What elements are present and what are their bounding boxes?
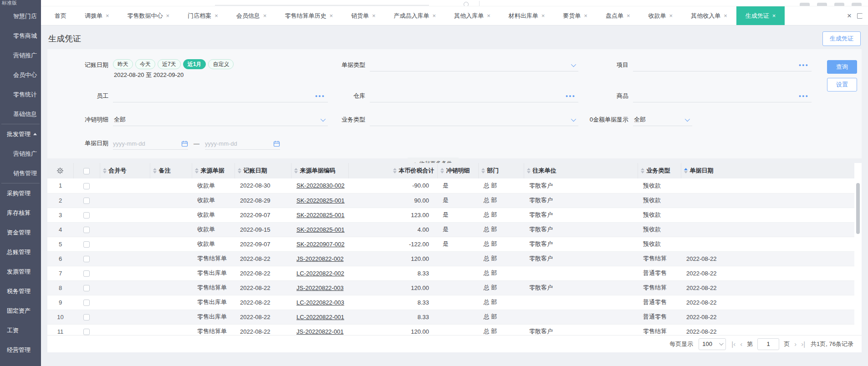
sidebar-item-发票管理[interactable]: 发票管理 [0,262,41,281]
doc-date-start-input[interactable] [113,140,163,147]
sidebar-item-采购管理[interactable]: 采购管理 [0,183,41,203]
source-doc-link[interactable]: JS-20220822-003 [296,285,343,291]
table-scroll-area[interactable]: 合并号备注来源单据记账日期来源单据编码本币价税合计冲销明细部门往来单位业务类型单… [47,163,862,335]
tab-close-icon[interactable]: × [584,12,587,19]
global-search-input[interactable] [215,5,429,5]
source-doc-link[interactable]: LC-20220822-001 [296,314,344,320]
project-picker[interactable]: ●●● [633,59,812,71]
query-button[interactable]: 查询 [827,60,857,74]
close-all-tabs-icon[interactable]: × [847,11,852,20]
source-doc-link[interactable]: LC-20220822-002 [296,270,344,277]
tab-close-icon[interactable]: × [214,12,218,19]
generate-voucher-button[interactable]: 生成凭证 [822,31,861,46]
tab-零售数据中心[interactable]: 零售数据中心× [118,6,179,25]
sidebar-item-批发管理[interactable]: 批发管理 [0,124,41,144]
topbar-icon[interactable] [852,3,862,6]
sidebar-item-固定资产[interactable]: 固定资产 [0,301,41,320]
column-header-往来单位[interactable]: 往来单位 [524,163,638,178]
row-checkbox[interactable] [83,212,90,219]
sort-icon[interactable] [440,168,444,173]
gear-icon[interactable] [464,2,469,6]
sort-icon[interactable] [103,168,107,173]
topbar-icon[interactable] [817,3,827,6]
quick-option-近1月[interactable]: 近1月 [183,59,206,69]
topbar-icon[interactable] [834,3,844,6]
doc-date-end-input[interactable] [205,140,255,147]
sidebar-item-营销推广[interactable]: 营销推广 [0,144,41,163]
first-page-icon[interactable]: |‹ [731,340,735,348]
tab-close-icon[interactable]: × [263,12,267,19]
tab-材料出库单[interactable]: 材料出库单× [500,6,554,25]
sort-icon[interactable] [641,168,644,173]
next-page-icon[interactable]: › [794,340,797,348]
sidebar-item-总账管理[interactable]: 总账管理 [0,242,41,262]
tab-close-icon[interactable]: × [487,12,490,19]
row-checkbox[interactable] [83,300,90,306]
tab-close-icon[interactable]: × [669,12,673,19]
sidebar-item-会员中心[interactable]: 会员中心 [0,65,41,85]
sort-icon[interactable] [294,168,298,173]
employee-picker[interactable]: ●●● [113,90,328,102]
row-checkbox[interactable] [83,183,90,189]
tab-首页[interactable]: 首页 [46,6,76,25]
tab-会员信息[interactable]: 会员信息× [227,6,276,25]
warehouse-picker[interactable]: ●●● [370,90,578,102]
sort-icon[interactable] [684,168,688,173]
row-checkbox[interactable] [83,285,90,291]
source-doc-link[interactable]: SK-20220907-002 [296,241,345,248]
goods-picker[interactable]: ●●● [633,90,812,102]
quick-option-今天[interactable]: 今天 [135,59,155,69]
tab-close-icon[interactable]: × [627,12,630,19]
source-doc-link[interactable]: JS-20220822-002 [296,255,343,262]
sort-icon[interactable] [153,168,157,173]
tab-其他收入单[interactable]: 其他收入单× [682,6,736,25]
page-number-input[interactable] [757,338,779,350]
tab-生成凭证[interactable]: 生成凭证× [736,6,785,25]
source-doc-link[interactable]: JS-20220822-001 [296,328,343,335]
sidebar-item-工资[interactable]: 工资 [0,320,41,340]
sidebar-item-零售统计[interactable]: 零售统计 [0,85,41,104]
tab-close-icon[interactable]: × [106,12,109,19]
settings-button[interactable]: 设置 [827,78,857,92]
tab-收款单[interactable]: 收款单× [639,6,682,25]
tab-调拨单[interactable]: 调拨单× [76,6,118,25]
sort-icon[interactable] [195,168,199,173]
column-header-合并号[interactable]: 合并号 [100,163,150,178]
row-checkbox[interactable] [83,314,90,320]
sort-icon[interactable] [481,168,485,173]
tab-产成品入库单[interactable]: 产成品入库单× [385,6,445,25]
column-header-备注[interactable]: 备注 [150,163,192,178]
column-header-业务类型[interactable]: 业务类型 [638,163,681,178]
source-doc-link[interactable]: SK-20220830-002 [296,182,345,189]
prev-page-icon[interactable]: ‹ [740,340,742,348]
tab-close-icon[interactable]: × [166,12,170,19]
doc-date-end[interactable] [205,137,280,150]
tab-零售结算单历史[interactable]: 零售结算单历史× [276,6,342,25]
tab-close-icon[interactable]: × [724,12,727,19]
source-doc-link[interactable]: SK-20220825-001 [296,212,345,219]
vertical-scrollbar[interactable] [856,183,860,234]
source-doc-link[interactable]: SK-20220825-001 [296,226,345,233]
row-checkbox[interactable] [83,198,90,204]
row-checkbox[interactable] [83,270,90,277]
tab-要货单[interactable]: 要货单× [554,6,597,25]
row-checkbox[interactable] [83,241,90,248]
column-header-冲销明细[interactable]: 冲销明细 [437,163,478,178]
doc-date-start[interactable] [113,137,188,150]
tab-close-icon[interactable]: × [772,12,776,19]
column-header-来源单据编码[interactable]: 来源单据编码 [291,163,348,178]
tab-close-icon[interactable]: × [329,12,333,19]
biz-type-select[interactable] [370,114,578,126]
source-doc-link[interactable]: LC-20220822-003 [296,299,344,306]
tab-其他入库单[interactable]: 其他入库单× [445,6,500,25]
table-settings-header[interactable] [47,163,73,178]
zero-amount-select[interactable]: 全部 [633,114,692,126]
column-header-来源单据[interactable]: 来源单据 [192,163,235,178]
quick-option-昨天[interactable]: 昨天 [113,59,133,69]
page-size-select[interactable]: 100 [699,338,726,350]
column-header-部门[interactable]: 部门 [478,163,524,178]
tab-盘点单[interactable]: 盘点单× [597,6,639,25]
tab-close-icon[interactable]: × [541,12,545,19]
sidebar-item-资金管理[interactable]: 资金管理 [0,223,41,242]
tab-门店档案[interactable]: 门店档案× [179,6,227,25]
